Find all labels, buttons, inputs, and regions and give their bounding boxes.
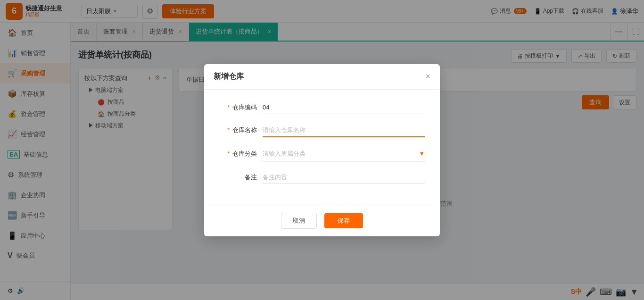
warehouse-name-input[interactable]	[263, 124, 425, 137]
required-mark: *	[227, 104, 230, 111]
required-mark: *	[227, 126, 230, 133]
warehouse-code-row: * 仓库编码	[219, 101, 425, 114]
cancel-button[interactable]: 取消	[281, 213, 317, 229]
modal-overlay[interactable]: 新增仓库 × * 仓库编码 * 仓库名称	[0, 0, 644, 300]
modal-body: * 仓库编码 * 仓库名称 * 仓库分类 请输入	[204, 90, 440, 205]
modal-title: 新增仓库	[214, 72, 244, 82]
warehouse-category-select[interactable]: 请输入所属分类 ▼	[263, 147, 425, 161]
category-arrow-icon: ▼	[419, 150, 425, 157]
warehouse-category-row: * 仓库分类 请输入所属分类 ▼	[219, 147, 425, 161]
warehouse-code-label: * 仓库编码	[219, 103, 257, 112]
warehouse-name-label: * 仓库名称	[219, 126, 257, 134]
save-button[interactable]: 保存	[324, 213, 363, 228]
modal-footer: 取消 保存	[204, 205, 440, 236]
warehouse-note-label: 备注	[219, 173, 257, 182]
category-placeholder: 请输入所属分类	[263, 150, 305, 158]
warehouse-category-label: * 仓库分类	[219, 150, 257, 158]
warehouse-name-row: * 仓库名称	[219, 124, 425, 137]
modal-header: 新增仓库 ×	[204, 64, 440, 90]
modal-close-icon[interactable]: ×	[425, 72, 430, 82]
new-warehouse-modal: 新增仓库 × * 仓库编码 * 仓库名称	[204, 64, 440, 236]
required-mark: *	[227, 150, 230, 157]
warehouse-code-input[interactable]	[263, 101, 425, 114]
warehouse-note-row: 备注	[219, 171, 425, 184]
warehouse-note-input[interactable]	[263, 171, 425, 184]
